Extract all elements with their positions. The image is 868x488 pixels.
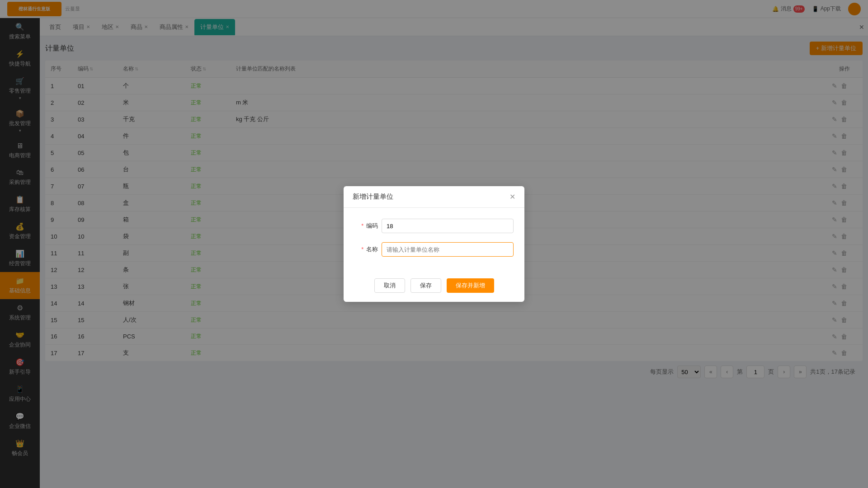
modal-body: * 编码 * 名称 <box>344 208 524 273</box>
save-and-new-button[interactable]: 保存并新增 <box>447 278 494 293</box>
save-button[interactable]: 保存 <box>410 278 441 293</box>
code-required-mark: * <box>361 222 363 229</box>
modal-title: 新增计量单位 <box>353 192 393 201</box>
code-input[interactable] <box>382 219 514 233</box>
name-label: * 名称 <box>354 245 382 253</box>
code-label: * 编码 <box>354 222 382 230</box>
add-unit-modal: 新增计量单位 ✕ * 编码 * 名称 取消 保存 保存并新增 <box>344 186 524 302</box>
form-item-name: * 名称 <box>354 242 514 257</box>
cancel-button[interactable]: 取消 <box>374 278 405 293</box>
modal-header: 新增计量单位 ✕ <box>344 186 524 208</box>
name-input[interactable] <box>382 242 514 257</box>
name-required-mark: * <box>361 246 363 253</box>
form-item-code: * 编码 <box>354 219 514 233</box>
modal-overlay: 新增计量单位 ✕ * 编码 * 名称 取消 保存 保存并新增 <box>0 0 868 488</box>
modal-close-button[interactable]: ✕ <box>509 192 515 201</box>
modal-footer: 取消 保存 保存并新增 <box>344 273 524 302</box>
